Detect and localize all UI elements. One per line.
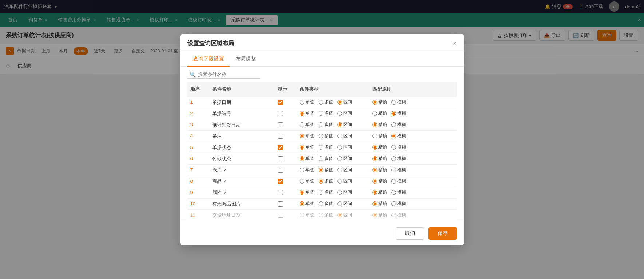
dialog-title: 设置查询区域布局 <box>187 40 234 47</box>
dialog-search-area: 🔍 <box>180 67 464 74</box>
dialog-tabs: 查询字段设置 布局调整 <box>180 52 464 67</box>
settings-dialog: 设置查询区域布局 × 查询字段设置 布局调整 🔍 顺序 条件名称 显示 条件类型… <box>180 34 464 74</box>
dialog-tab-query-fields[interactable]: 查询字段设置 <box>187 52 230 67</box>
dialog-close-button[interactable]: × <box>453 40 457 47</box>
search-input-wrapper: 🔍 <box>187 71 260 74</box>
dialog-header: 设置查询区域布局 × <box>180 34 464 52</box>
search-input[interactable] <box>198 72 258 74</box>
dialog-tab-layout[interactable]: 布局调整 <box>230 52 262 67</box>
search-icon: 🔍 <box>190 72 196 74</box>
modal-overlay: 设置查询区域布局 × 查询字段设置 布局调整 🔍 顺序 条件名称 显示 条件类型… <box>0 0 644 74</box>
